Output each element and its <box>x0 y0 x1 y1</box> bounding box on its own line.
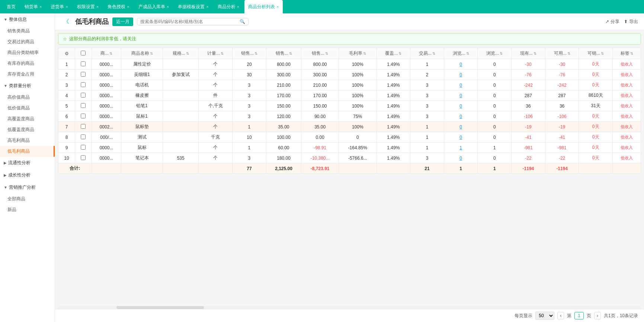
search-icon[interactable]: 🔍 <box>240 19 245 24</box>
th-sales3[interactable]: 销售...⇅ <box>301 48 339 59</box>
th-name[interactable]: 商品名称⇅ <box>121 48 163 59</box>
row-select-checkbox[interactable] <box>81 82 86 87</box>
row-browse1[interactable]: 0 <box>444 70 478 80</box>
row-select-checkbox[interactable] <box>81 103 86 108</box>
close-icon[interactable]: × <box>167 4 169 9</box>
row-browse1[interactable]: 0 <box>444 101 478 111</box>
row-checkbox[interactable] <box>75 111 92 122</box>
row-browse1[interactable]: 1 <box>444 143 478 153</box>
row-select-checkbox[interactable] <box>81 145 86 150</box>
row-select-checkbox[interactable] <box>81 155 86 160</box>
sidebar-group-cluster[interactable]: ▼ 类群量分析 <box>0 80 55 92</box>
row-browse1[interactable]: 0 <box>444 132 478 143</box>
per-page-select[interactable]: 50 100 200 <box>535 312 554 320</box>
scrollbar-thumb[interactable] <box>116 306 204 309</box>
close-icon[interactable]: × <box>96 4 99 9</box>
th-sales2[interactable]: 销售...⇅ <box>266 48 301 59</box>
bottom-bar: 每页显示 50 100 200 ‹ 第 1 页 › 共1页，10条记录 <box>55 309 644 322</box>
th-sales1[interactable]: 销售...⇅ <box>233 48 266 59</box>
close-icon[interactable]: × <box>39 4 42 9</box>
sidebar-item-high-margin[interactable]: 高毛利商品 <box>0 135 55 146</box>
row-select-checkbox[interactable] <box>81 61 86 66</box>
sidebar-item-high-value[interactable]: 高价值商品 <box>0 92 55 103</box>
sidebar-item-all-products[interactable]: 全部商品 <box>0 194 55 204</box>
row-browse1[interactable]: 0 <box>444 153 478 163</box>
nav-permissions[interactable]: 权限设置 × <box>73 0 102 13</box>
row-browse1[interactable]: 0 <box>444 111 478 122</box>
th-browse1[interactable]: 浏览...⇅ <box>444 48 478 59</box>
sidebar-item-inventory[interactable]: 有库存的商品 <box>0 58 55 69</box>
sidebar-group-marketing[interactable]: ▼ 营销推广分析 <box>0 181 55 194</box>
next-page-button[interactable]: › <box>594 312 601 319</box>
th-browse2[interactable]: 浏览...⇅ <box>478 48 512 59</box>
th-tag[interactable]: 标签⇅ <box>613 48 641 59</box>
th-coverage[interactable]: 覆盖...⇅ <box>377 48 410 59</box>
th-gross[interactable]: 毛利率⇅ <box>339 48 377 59</box>
th-available[interactable]: 可用...⇅ <box>545 48 579 59</box>
row-select-checkbox[interactable] <box>81 124 86 129</box>
row-checkbox[interactable] <box>75 59 92 70</box>
sidebar-item-low-value[interactable]: 低价值商品 <box>0 103 55 114</box>
row-select-checkbox[interactable] <box>81 134 86 139</box>
th-checkbox[interactable] <box>75 48 92 59</box>
th-spec[interactable]: 规格...⇅ <box>163 48 199 59</box>
th-current[interactable]: 现有...⇅ <box>512 48 545 59</box>
row-checkbox[interactable] <box>75 153 92 163</box>
close-icon[interactable]: × <box>127 4 129 9</box>
row-code: 0000... <box>92 153 121 163</box>
sidebar-item-low-margin[interactable]: 低毛利商品 <box>0 146 55 157</box>
th-trade[interactable]: 交易...⇅ <box>410 48 444 59</box>
row-checkbox[interactable] <box>75 143 92 153</box>
nav-product-analysis[interactable]: 商品分析 × <box>214 0 243 13</box>
sidebar-group-overall[interactable]: ▼ 整体信息 <box>0 13 55 26</box>
row-checkbox[interactable] <box>75 90 92 101</box>
row-browse1[interactable]: 0 <box>444 80 478 90</box>
row-browse1[interactable]: 0 <box>444 122 478 132</box>
search-input[interactable] <box>140 19 240 24</box>
sidebar-item-sales-products[interactable]: 销售类商品 <box>0 26 55 36</box>
th-unit[interactable]: 计量...⇅ <box>199 48 233 59</box>
horizontal-scrollbar[interactable] <box>58 306 641 309</box>
nav-sales[interactable]: 销货单 × <box>21 0 45 13</box>
sidebar-group-flow[interactable]: ▶ 流通性分析 <box>0 157 55 169</box>
sidebar-item-category-rate[interactable]: 商品分类助销率 <box>0 47 55 58</box>
chevron-down-icon: ▼ <box>4 17 7 22</box>
sidebar-item-high-coverage[interactable]: 高覆盖度商品 <box>0 114 55 124</box>
close-icon[interactable]: × <box>65 4 68 9</box>
footer-label: 合计: <box>58 163 92 174</box>
nav-roles[interactable]: 角色授权 × <box>104 0 133 13</box>
th-settings[interactable]: ⚙ <box>58 48 75 59</box>
th-code[interactable]: 商...⇅ <box>92 48 121 59</box>
close-icon[interactable]: × <box>276 4 279 9</box>
row-select-checkbox[interactable] <box>81 72 86 77</box>
sidebar-group-growth[interactable]: ▶ 成长性分析 <box>0 169 55 181</box>
nav-product-analysis-list[interactable]: 商品分析列表 × <box>244 0 282 13</box>
prev-page-button[interactable]: ‹ <box>557 312 564 319</box>
row-checkbox[interactable] <box>75 101 92 111</box>
nav-product-entry[interactable]: 产成品入库单 × <box>135 0 173 13</box>
close-icon[interactable]: × <box>206 4 208 9</box>
row-checkbox[interactable] <box>75 132 92 143</box>
share-button[interactable]: ↗ 分享 <box>605 19 619 25</box>
row-name: 笔记本 <box>121 153 163 163</box>
nav-template[interactable]: 单据模板设置 × <box>174 0 212 13</box>
row-browse1[interactable]: 0 <box>444 59 478 70</box>
date-filter-button[interactable]: 近一月 <box>112 17 133 26</box>
sidebar-item-capital[interactable]: 库存资金占用 <box>0 69 55 80</box>
row-checkbox[interactable] <box>75 70 92 80</box>
row-select-checkbox[interactable] <box>81 93 86 98</box>
row-browse1[interactable]: 0 <box>444 90 478 101</box>
sidebar-item-new-products[interactable]: 新品 <box>0 204 55 215</box>
nav-purchase[interactable]: 进货单 × <box>47 0 71 13</box>
close-icon[interactable]: × <box>237 4 239 9</box>
th-saleable[interactable]: 可销...⇅ <box>579 48 613 59</box>
collapse-sidebar-button[interactable]: 《 <box>61 18 71 26</box>
export-button[interactable]: ⬆ 导出 <box>624 19 638 25</box>
row-checkbox[interactable] <box>75 80 92 90</box>
sidebar-item-low-coverage[interactable]: 低覆盖度商品 <box>0 124 55 135</box>
row-select-checkbox[interactable] <box>81 114 86 118</box>
select-all-checkbox[interactable] <box>81 51 86 55</box>
nav-home[interactable]: 首页 <box>3 0 19 13</box>
sidebar-item-traded-products[interactable]: 交易过的商品 <box>0 36 55 47</box>
row-checkbox[interactable] <box>75 122 92 132</box>
